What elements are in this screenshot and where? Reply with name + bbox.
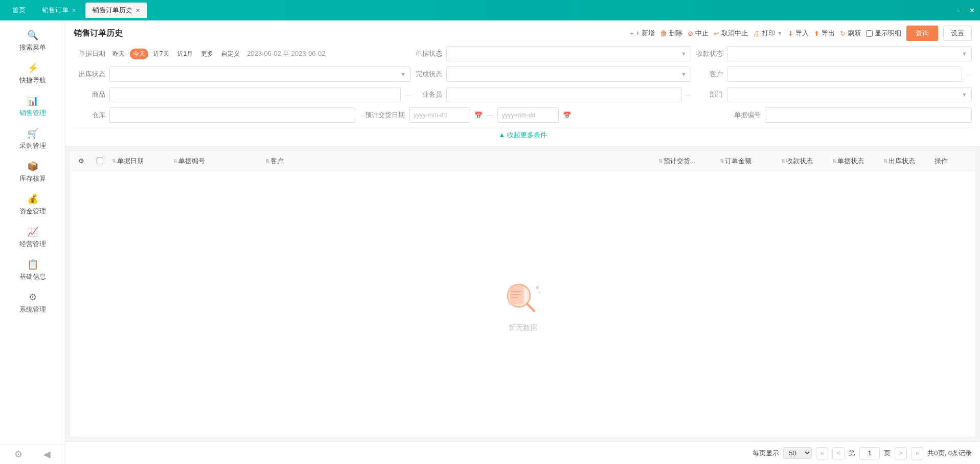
new-button[interactable]: + + 新增	[630, 29, 655, 38]
tab-home[interactable]: 首页	[5, 3, 33, 18]
date-btn-more[interactable]: 更多	[198, 49, 216, 59]
outbound-select[interactable]: ▼	[109, 67, 411, 82]
date-btn-yesterday[interactable]: 昨天	[109, 49, 128, 59]
sidebar-settings-icon[interactable]: ⚙	[14, 449, 22, 460]
warehouse-more-icon[interactable]: ···	[359, 112, 365, 119]
cancel-stop-icon: ↩	[714, 30, 719, 37]
calendar-from-icon[interactable]: 📅	[474, 112, 483, 119]
refresh-button[interactable]: ↻ 刷新	[840, 29, 861, 38]
salesperson-more-icon[interactable]: ···	[686, 91, 691, 99]
display-detail-checkbox[interactable]	[866, 30, 873, 37]
sidebar-item-sys-mgmt[interactable]: ⚙ 系统管理	[0, 286, 65, 319]
filter-row-1: 单据日期 昨天 今天 近7天 近1月 更多 自定义 2023-06-02 至 2…	[74, 46, 972, 61]
table-area: ⚙ ⇅ 单据日期 ⇅ 单据编号 ⇅ 客户 ⇅	[70, 150, 976, 437]
sidebar-item-search-menu[interactable]: 🔍 搜索菜单	[0, 25, 65, 57]
display-detail-button[interactable]: 显示明细	[866, 29, 901, 38]
first-page-button[interactable]: «	[816, 447, 828, 459]
sidebar-item-purchase-mgmt[interactable]: 🛒 采购管理	[0, 123, 65, 156]
date-range-text: 2023-06-02 至 2023-06-02	[247, 49, 325, 58]
export-button[interactable]: ⬆ 导出	[814, 29, 835, 38]
delete-button[interactable]: 🗑 删除	[660, 29, 682, 38]
payment-status-select[interactable]: ▼	[727, 46, 972, 61]
customer-label: 客户	[691, 70, 727, 79]
th-settings[interactable]: ⚙	[74, 157, 93, 165]
tab-sales-order-close[interactable]: ✕	[72, 7, 76, 14]
tab-sales-order[interactable]: 销售订单 ✕	[35, 3, 83, 18]
th-delivery[interactable]: ⇅ 预计交货...	[654, 157, 716, 166]
th-customer-sort-icon: ⇅	[265, 158, 269, 164]
th-docnum[interactable]: ⇅ 单据编号	[169, 157, 261, 166]
page-label: 第	[849, 449, 855, 458]
sidebar-item-sales-mgmt[interactable]: 📊 销售管理	[0, 90, 65, 123]
payment-status-label: 收款状态	[691, 49, 727, 58]
filter-group-product: 商品 ···	[74, 87, 411, 102]
delivery-date-from-placeholder: yyyy-mm-dd	[414, 112, 447, 119]
th-outbound[interactable]: ⇅ 出库状态	[879, 157, 930, 166]
th-checkbox[interactable]	[93, 158, 108, 164]
doc-number-input[interactable]	[765, 107, 972, 123]
first-page-icon: «	[821, 449, 824, 457]
delivery-date-from-input[interactable]: yyyy-mm-dd	[409, 107, 470, 123]
date-btn-7days[interactable]: 近7天	[150, 49, 172, 59]
th-date[interactable]: ⇅ 单据日期	[108, 157, 169, 166]
collapse-filter-row[interactable]: ▲ 收起更多条件	[74, 128, 972, 141]
sidebar-item-inventory-label: 库存核算	[19, 174, 46, 183]
sidebar-item-quick-nav-label: 快捷导航	[19, 76, 46, 85]
product-input[interactable]	[109, 87, 401, 102]
salesperson-input[interactable]	[446, 87, 681, 102]
table-header: ⚙ ⇅ 单据日期 ⇅ 单据编号 ⇅ 客户 ⇅	[70, 151, 975, 171]
sidebar-item-quick-nav[interactable]: ⚡ 快捷导航	[0, 57, 65, 90]
completion-content: ▼	[446, 67, 691, 82]
date-btn-today[interactable]: 今天	[130, 49, 148, 59]
sidebar-item-inventory[interactable]: 📦 库存核算	[0, 156, 65, 188]
stop-icon: ⊘	[688, 30, 693, 37]
settings-button[interactable]: 设置	[943, 26, 972, 41]
tab-sales-order-history[interactable]: 销售订单历史 ✕	[85, 3, 147, 18]
department-select[interactable]: ▼	[727, 87, 972, 102]
date-btn-1month[interactable]: 近1月	[174, 49, 196, 59]
import-button[interactable]: ⬇ 导入	[788, 29, 809, 38]
query-button[interactable]: 查询	[906, 26, 938, 41]
cancel-stop-button[interactable]: ↩ 取消中止	[714, 29, 748, 38]
page-number-input[interactable]	[859, 447, 880, 459]
product-more-icon[interactable]: ···	[405, 91, 411, 99]
delivery-date-to-input[interactable]: yyyy-mm-dd	[497, 107, 559, 123]
product-content: ···	[109, 87, 411, 102]
select-all-checkbox[interactable]	[97, 158, 103, 164]
sidebar-item-finance[interactable]: 💰 资金管理	[0, 188, 65, 221]
th-status-label: 单据状态	[837, 157, 864, 166]
close-icon[interactable]: ✕	[969, 7, 975, 14]
th-docnum-sort-icon: ⇅	[173, 158, 177, 164]
outbound-arrow-icon: ▼	[400, 71, 406, 77]
filter-area: 销售订单历史 + + 新增 🗑 删除 ⊘ 中止 ↩	[65, 20, 980, 146]
tab-sales-order-history-close[interactable]: ✕	[135, 7, 140, 14]
minimize-icon[interactable]: —	[959, 7, 965, 14]
next-page-button[interactable]: >	[895, 447, 907, 459]
tab-sales-order-history-label: 销售订单历史	[93, 6, 132, 15]
doc-status-select[interactable]: ▼	[446, 46, 691, 61]
completion-select[interactable]: ▼	[446, 67, 691, 82]
sidebar-item-base-info[interactable]: 📋 基础信息	[0, 254, 65, 286]
th-payment[interactable]: ⇅ 收款状态	[777, 157, 828, 166]
toolbar: + + 新增 🗑 删除 ⊘ 中止 ↩ 取消中止	[630, 26, 972, 41]
customer-more-icon[interactable]: ···	[966, 71, 972, 78]
prev-page-icon: <	[837, 449, 841, 457]
th-amount[interactable]: ⇅ 订单金额	[716, 157, 777, 166]
warehouse-input[interactable]	[109, 107, 355, 123]
last-page-button[interactable]: »	[911, 447, 923, 459]
sidebar-collapse-icon[interactable]: ◀	[43, 449, 51, 460]
empty-text: 暂无数据	[509, 323, 537, 333]
customer-input[interactable]	[727, 67, 962, 82]
sidebar-item-ops-mgmt[interactable]: 📈 经营管理	[0, 221, 65, 254]
th-date-label: 单据日期	[117, 157, 144, 166]
prev-page-button[interactable]: <	[832, 447, 845, 459]
date-separator: —	[485, 112, 495, 119]
svg-line-2	[527, 304, 534, 311]
stop-button[interactable]: ⊘ 中止	[688, 29, 709, 38]
page-size-select[interactable]: 50 10 20 100	[783, 447, 812, 459]
calendar-to-icon[interactable]: 📅	[563, 112, 571, 119]
th-status[interactable]: ⇅ 单据状态	[828, 157, 879, 166]
date-btn-custom[interactable]: 自定义	[218, 49, 243, 59]
print-button[interactable]: 🖨 打印 ▼	[753, 29, 783, 38]
th-customer[interactable]: ⇅ 客户	[261, 157, 654, 166]
